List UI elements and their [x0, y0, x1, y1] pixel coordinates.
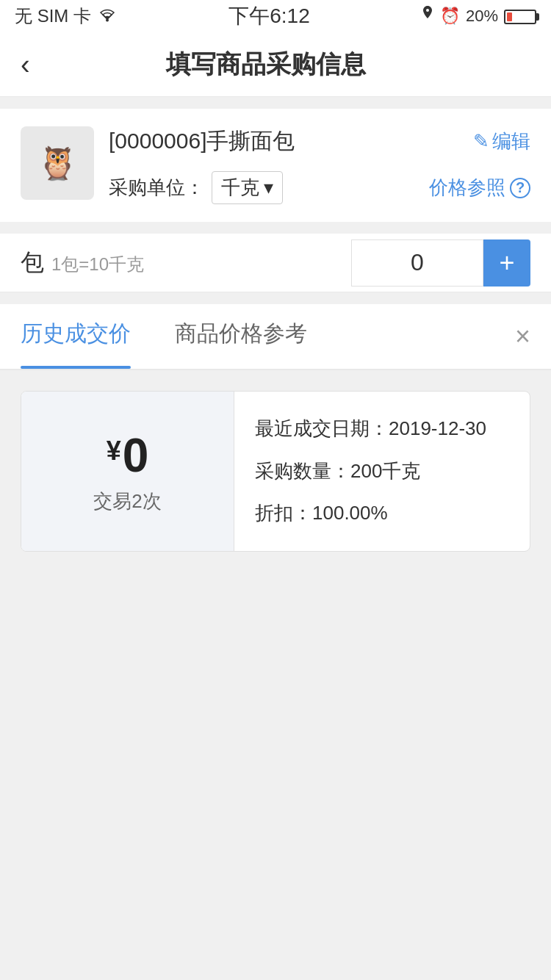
edit-label: 编辑	[492, 129, 530, 154]
nav-header: ‹ 填写商品采购信息	[0, 32, 551, 97]
discount-row: 折扣：100.00%	[255, 498, 509, 529]
increment-button[interactable]: +	[483, 239, 530, 287]
qty-row: 采购数量：200千克	[255, 456, 509, 487]
product-image-icon: 🦉	[37, 144, 78, 182]
edit-button[interactable]: ✎ 编辑	[473, 129, 530, 154]
product-row: 🦉 [0000006]手撕面包 ✎ 编辑 采购单位： 千克 ▾	[21, 126, 530, 204]
tab-history-price[interactable]: 历史成交价	[21, 304, 131, 369]
currency-symbol: ¥	[107, 436, 121, 466]
price-value: ¥ 0	[107, 428, 149, 483]
question-icon: ?	[510, 178, 530, 198]
tab-history-label: 历史成交价	[21, 319, 131, 349]
product-name: [0000006]手撕面包	[109, 126, 295, 156]
page-title: 填写商品采购信息	[45, 48, 488, 82]
product-info: [0000006]手撕面包 ✎ 编辑 采购单位： 千克 ▾ 价格参照 ?	[109, 126, 530, 204]
date-label: 最近成交日期：	[255, 417, 389, 439]
section-divider	[0, 222, 551, 234]
date-value: 2019-12-30	[389, 417, 486, 439]
product-name-row: [0000006]手撕面包 ✎ 编辑	[109, 126, 530, 156]
quantity-value: 0	[411, 249, 424, 276]
unit-row: 采购单位： 千克 ▾ 价格参照 ?	[109, 171, 530, 204]
tabs-container: 历史成交价 商品价格参考 ×	[0, 304, 551, 370]
unit-label: 采购单位：	[109, 175, 204, 201]
qty-detail-label: 采购数量：	[255, 460, 350, 482]
product-thumbnail: 🦉	[21, 126, 94, 200]
tab-product-price[interactable]: 商品价格参考	[175, 304, 307, 369]
svg-point-0	[106, 19, 109, 22]
quantity-label: 包 1包=10千克	[21, 247, 144, 279]
tab-price-label: 商品价格参考	[175, 319, 307, 349]
qty-unit-small: 1包=10千克	[51, 253, 144, 276]
discount-label: 折扣：	[255, 502, 312, 524]
close-button[interactable]: ×	[515, 323, 530, 350]
trade-count: 交易2次	[93, 489, 161, 514]
alarm-icon: ⏰	[440, 7, 460, 26]
tab-active-indicator	[21, 366, 131, 369]
dropdown-icon: ▾	[264, 176, 273, 199]
back-button[interactable]: ‹	[21, 51, 30, 79]
discount-value: 100.00%	[312, 502, 388, 524]
price-number: 0	[123, 428, 149, 483]
plus-icon: +	[499, 248, 514, 278]
battery-text: 20%	[466, 7, 498, 26]
location-icon	[421, 6, 434, 26]
battery-icon	[504, 7, 536, 26]
edit-icon: ✎	[473, 130, 489, 153]
qty-detail-value: 200千克	[350, 460, 420, 482]
status-bar: 无 SIM 卡 下午6:12 ⏰ 20%	[0, 0, 551, 32]
price-right: 最近成交日期：2019-12-30 采购数量：200千克 折扣：100.00%	[234, 392, 530, 551]
quantity-controls: 0 +	[351, 239, 530, 287]
status-right: ⏰ 20%	[421, 6, 536, 26]
status-left: 无 SIM 卡	[15, 4, 118, 28]
price-left: ¥ 0 交易2次	[21, 392, 234, 551]
recent-date-row: 最近成交日期：2019-12-30	[255, 414, 509, 444]
status-time: 下午6:12	[228, 2, 310, 30]
main-content: 历史成交价 商品价格参考 × ¥ 0 交易2次 最近成交日期：2019-12-3…	[0, 304, 551, 818]
unit-select[interactable]: 千克 ▾	[212, 171, 283, 204]
product-section: 🦉 [0000006]手撕面包 ✎ 编辑 采购单位： 千克 ▾	[0, 109, 551, 222]
unit-value: 千克	[221, 175, 259, 201]
price-ref-label: 价格参照	[429, 175, 505, 201]
price-card: ¥ 0 交易2次 最近成交日期：2019-12-30 采购数量：200千克 折扣…	[21, 391, 530, 552]
qty-unit-big: 包	[21, 247, 44, 279]
quantity-input[interactable]: 0	[351, 239, 483, 287]
wifi-icon	[97, 6, 118, 26]
quantity-section: 包 1包=10千克 0 +	[0, 234, 551, 292]
price-ref-button[interactable]: 价格参照 ?	[429, 175, 530, 201]
carrier-text: 无 SIM 卡	[15, 4, 91, 28]
